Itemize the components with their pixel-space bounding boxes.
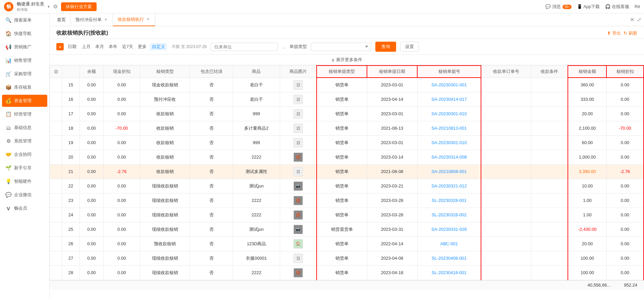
date-this-year[interactable]: 本年 — [107, 43, 119, 50]
expand-more-btn[interactable]: ∨ 展开更多条件 — [331, 57, 362, 63]
sidebar-item-search-menu[interactable]: 🔍 搜索菜单 — [0, 13, 49, 27]
col-gear-icon[interactable]: ⚙ — [54, 69, 58, 75]
verify-bill-no-link[interactable]: ABC-001 — [440, 241, 458, 246]
included-settled-cell: 否 — [190, 78, 233, 92]
from-unit-dots[interactable]: ... — [282, 44, 285, 49]
tab-collect[interactable]: 收款核销执行 ✕ — [113, 13, 155, 26]
verify-bill-no-cell: SA-20230321-012 — [417, 179, 481, 193]
sidebar-item-quick-nav[interactable]: 🏠 快捷导航 — [0, 27, 49, 40]
base-info-icon: 🗂 — [5, 125, 11, 131]
verify-bill-date-cell: 2023-03-21 — [367, 179, 417, 193]
receipt-order-no-cell — [481, 92, 531, 106]
col-balance-header: 余额 — [80, 66, 103, 78]
verify-discount-cell: 0.00 — [606, 193, 644, 208]
sidebar-item-sys-mgmt[interactable]: ⚙ 系统管理 — [0, 134, 49, 148]
verify-discount-cell: 0.00 — [606, 237, 644, 251]
verify-bill-no-cell: SA-20210808-001 — [417, 164, 481, 179]
verify-bill-no-link[interactable]: SA-20230321-012 — [431, 183, 467, 188]
goods-img-cell: 🟫 — [280, 150, 317, 164]
filter-expand-arrow[interactable]: » — [56, 43, 64, 50]
verify-bill-type-cell: 销货单 — [317, 92, 367, 106]
verify-amount-cell: -2,430.00 — [568, 222, 606, 237]
bill-type-label: 单据类型 — [289, 44, 307, 50]
from-unit-input[interactable] — [211, 43, 278, 51]
sidebar-item-sales[interactable]: 📊 销售管理 — [0, 54, 49, 67]
receipt-order-no-cell — [481, 251, 531, 265]
goods-image: 📷 — [293, 225, 303, 234]
page-title: 收款核销执行(按收款) — [56, 30, 108, 37]
page-header: 收款核销执行(按收款) ⬆ 导出 ↻ 刷新 — [50, 26, 644, 39]
inventory-icon: 📦 — [5, 84, 11, 90]
brand-logo: 畅 — [4, 2, 13, 11]
table-row: 27 0.00 0.00 现续收款核销 否 衣服00001 🖼 销货单 2023… — [50, 251, 644, 265]
tab-expand-icon[interactable]: ⤢ — [637, 16, 641, 23]
verify-bill-no-link[interactable]: SA-20230314-008 — [431, 155, 467, 160]
table-row: 28 0.00 0.00 现续收款核销 否 2222 🟫 销货单 2023-04… — [50, 265, 644, 280]
balance-cell: 0.00 — [80, 251, 103, 265]
tab-home[interactable]: 首页 — [52, 13, 71, 26]
sidebar-item-base-info[interactable]: 🗂 基础信息 — [0, 121, 49, 134]
verify-bill-no-link[interactable]: SA-20210808-001 — [431, 169, 467, 174]
date-custom[interactable]: 自定义 — [150, 43, 167, 50]
dropdown-arrow-icon[interactable]: ▾ — [48, 4, 50, 9]
included-settled-cell: 否 — [190, 164, 233, 179]
verify-bill-date-cell: 2023-03-28 — [367, 208, 417, 222]
verify-bill-no-link[interactable]: SL-20230418-001 — [432, 270, 467, 275]
sidebar-item-marketing[interactable]: 📢 营销推广 — [0, 40, 49, 54]
industry-btn[interactable]: 休验行业方案 — [61, 2, 97, 11]
main-layout: 🔍 搜索菜单 🏠 快捷导航 📢 营销推广 📊 销售管理 🛒 采购管理 📦 库存核… — [0, 13, 644, 300]
export-button[interactable]: ⬆ 导出 — [607, 30, 621, 36]
sidebar-item-finance[interactable]: 💰 资金管理 — [2, 95, 47, 107]
verify-bill-no-link[interactable]: SA-20230301-010 — [431, 111, 467, 116]
tab-collect-close[interactable]: ✕ — [146, 17, 150, 22]
verify-amount-cell: 20.00 — [568, 106, 606, 121]
sidebar-item-inventory[interactable]: 📦 库存核算 — [0, 81, 49, 94]
verify-amount-cell: 360.00 — [568, 78, 606, 92]
verify-type-cell: 现续收款核销 — [140, 179, 190, 193]
bill-type-select[interactable] — [311, 43, 371, 51]
sidebar-item-corp-coop[interactable]: 🤝 企业协同 — [0, 148, 49, 161]
sidebar-item-member[interactable]: V 畅会员 — [0, 202, 49, 215]
messages-btn[interactable]: 💬 消息 99+ — [545, 4, 572, 10]
date-this-month[interactable]: 本月 — [94, 43, 105, 50]
cash-discount-cell: 0.00 — [103, 150, 140, 164]
verify-bill-no-link[interactable]: SL-20230328-001 — [432, 198, 467, 203]
col-receipt-order-no-header: 收款单订单号 — [481, 66, 531, 78]
verify-bill-no-link[interactable]: SA-20210813-001 — [431, 126, 467, 131]
online-service-btn[interactable]: 🎧 在线客服 — [605, 4, 629, 10]
date-7days[interactable]: 近7天 — [121, 43, 135, 50]
verify-bill-type-cell: 销货单 — [317, 78, 367, 92]
verify-bill-no-link[interactable]: SA-20230414-017 — [431, 97, 467, 102]
settings-icon[interactable]: ⚙ — [53, 3, 58, 10]
tab-close-icon[interactable]: ✕ — [630, 16, 634, 23]
table-row: 25 0.00 0.00 现续收款核销 否 测试jun 📷 销货退货单 2023… — [50, 222, 644, 237]
sidebar-item-guide[interactable]: 🌱 新手引导 — [0, 161, 49, 175]
verify-bill-no-link[interactable]: SA-20230331-026 — [431, 227, 467, 232]
included-settled-cell: 否 — [190, 265, 233, 280]
tab-prepay[interactable]: 预付冲应付单 ✕ — [71, 13, 113, 26]
table-wrapper[interactable]: ⚙ 余额 现金折扣 核销类型 包含已结清 商品 商品图片 核销单据类型 核销单据… — [50, 65, 644, 300]
app-download-btn[interactable]: 📱 App下载 — [577, 4, 600, 10]
verify-bill-no-link[interactable]: SL-20230408-001 — [432, 256, 467, 261]
goods-cell: 老白干 — [233, 78, 280, 92]
sidebar-item-corp-wx[interactable]: 💬 企业微信 — [0, 188, 49, 202]
refresh-button[interactable]: ↻ 刷新 — [624, 30, 637, 36]
verify-bill-no-link[interactable]: SA-20230301-010 — [431, 140, 467, 145]
cash-discount-cell: 0.00 — [103, 106, 140, 121]
coop-icon: 🤝 — [5, 152, 11, 158]
sidebar-item-smart-hw[interactable]: 💡 智能硬件 — [0, 175, 49, 188]
sidebar-item-purchase[interactable]: 🛒 采购管理 — [0, 67, 49, 81]
col-receipt-condition-header: 收款条件 — [531, 66, 568, 78]
query-button[interactable]: 查询 — [375, 42, 396, 52]
sidebar-item-operation[interactable]: 📋 经营管理 — [0, 108, 49, 121]
col-settings-header[interactable]: ⚙ — [50, 66, 62, 78]
message-badge: 99+ — [562, 5, 572, 9]
date-last-month[interactable]: 上月 — [80, 43, 92, 50]
verify-bill-no-link[interactable]: SA-20230301-001 — [431, 82, 467, 87]
verify-bill-no-link[interactable]: SL-20230328-002 — [432, 212, 467, 217]
date-more[interactable]: 更多 — [137, 43, 148, 50]
tab-prepay-close[interactable]: ✕ — [104, 17, 108, 22]
brand-name: 畅捷通·好生意 — [17, 1, 44, 7]
export-icon: ⬆ — [607, 31, 611, 36]
setting-button[interactable]: 设置 — [400, 42, 419, 52]
